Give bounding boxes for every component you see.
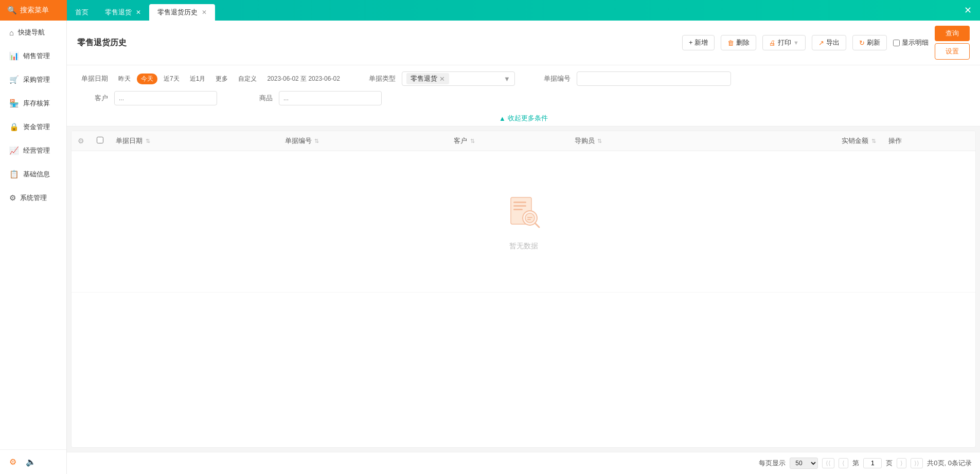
goods-label: 商品	[242, 94, 273, 103]
export-icon: ↗	[818, 39, 824, 47]
date-btn-more[interactable]: 更多	[211, 74, 232, 84]
date-btn-7days[interactable]: 近7天	[159, 74, 184, 84]
voucher-no-label: 单据编号	[540, 74, 571, 83]
last-page-button[interactable]: ⟩⟩	[911, 458, 923, 468]
current-page-input[interactable]	[863, 458, 882, 468]
data-table: ⚙ 单据日期 ⇅ 单据编号 ⇅	[72, 131, 975, 293]
col-amount-sort[interactable]: ⇅	[871, 138, 876, 144]
col-guide-sort[interactable]: ⇅	[597, 138, 602, 144]
query-label: 查询	[946, 29, 959, 37]
table-settings-icon[interactable]: ⚙	[78, 137, 84, 145]
page-header: 零售退货历史 + 新增 🗑 删除 🖨 打印 ▼ ↗ 导出	[67, 21, 980, 65]
settings-gear-icon[interactable]: ⚙	[9, 457, 16, 467]
table-area: ⚙ 单据日期 ⇅ 单据编号 ⇅	[71, 131, 976, 448]
display-detail-input[interactable]	[893, 40, 900, 46]
content-area: 零售退货历史 + 新增 🗑 删除 🖨 打印 ▼ ↗ 导出	[67, 21, 980, 474]
col-customer-label: 客户	[454, 137, 467, 144]
voucher-no-input[interactable]	[577, 71, 731, 86]
sidebar-item-basic-info[interactable]: 📋 基础信息	[0, 162, 66, 186]
voucher-type-remove[interactable]: ✕	[439, 75, 445, 83]
operation-icon: 📈	[9, 146, 19, 155]
svg-rect-2	[513, 205, 526, 207]
date-filter-label: 单据日期	[77, 74, 108, 83]
prev-page-button[interactable]: ⟨	[839, 458, 848, 468]
search-icon: 🔍	[7, 6, 17, 15]
tab-retail-return[interactable]: 零售退货 ✕	[97, 4, 149, 21]
header-actions: + 新增 🗑 删除 🖨 打印 ▼ ↗ 导出 ↻ 刷新	[682, 26, 970, 60]
sidebar-item-finance[interactable]: 🔒 资金管理	[0, 115, 66, 139]
print-chevron-icon: ▼	[793, 40, 799, 46]
sidebar-item-inventory[interactable]: 🏪 库存核算	[0, 92, 66, 115]
tab-home[interactable]: 首页	[67, 4, 97, 21]
date-btn-1month[interactable]: 近1月	[186, 74, 210, 84]
col-action-label: 操作	[888, 137, 902, 144]
svg-rect-1	[513, 202, 526, 203]
refresh-label: 刷新	[867, 38, 880, 47]
tab-home-label: 首页	[75, 8, 88, 17]
setting-label: 设置	[946, 47, 959, 55]
sidebar-bottom: ⚙ 🔈	[0, 449, 66, 474]
refresh-button[interactable]: ↻ 刷新	[852, 35, 887, 50]
new-label: + 新增	[689, 38, 708, 47]
refresh-icon: ↻	[859, 39, 865, 47]
svg-rect-3	[513, 209, 523, 210]
col-no: 单据编号 ⇅	[279, 131, 448, 151]
empty-state: 暂无数据	[72, 151, 975, 292]
goods-input[interactable]	[279, 91, 382, 105]
date-btn-today[interactable]: 今天	[137, 74, 157, 84]
page-size-select[interactable]: 10 20 50 100	[790, 458, 818, 469]
sidebar-item-purchase[interactable]: 🛒 采购管理	[0, 68, 66, 92]
sidebar-item-quick-nav[interactable]: ⌂ 快捷导航	[0, 21, 66, 44]
col-customer-sort[interactable]: ⇅	[470, 138, 475, 144]
sidebar-item-operation[interactable]: 📈 经营管理	[0, 139, 66, 162]
header-right-btns: 查询 设置	[935, 26, 970, 60]
date-btn-custom[interactable]: 自定义	[234, 74, 261, 84]
select-all-checkbox[interactable]	[97, 137, 103, 143]
date-btn-yesterday[interactable]: 昨天	[114, 74, 135, 84]
first-page-button[interactable]: ⟨⟨	[822, 458, 834, 468]
filter-row-2: 客户 商品	[77, 91, 970, 105]
col-action: 操作	[882, 131, 975, 151]
delete-button[interactable]: 🗑 删除	[721, 35, 756, 50]
search-menu-bar[interactable]: 🔍 搜索菜单	[0, 0, 67, 21]
top-bar: 🔍 搜索菜单 首页 零售退货 ✕ 零售退货历史 ✕ ✕	[0, 0, 980, 21]
voucher-type-value: 零售退货	[411, 74, 437, 83]
display-detail-checkbox[interactable]: 显示明细	[893, 38, 929, 47]
col-date-sort[interactable]: ⇅	[146, 138, 150, 144]
date-filter-btns: 昨天 今天 近7天 近1月 更多 自定义	[114, 74, 261, 84]
empty-icon	[503, 192, 544, 233]
col-amount-label: 实销金额	[842, 137, 868, 144]
page-unit: 页	[886, 459, 893, 468]
col-no-sort[interactable]: ⇅	[314, 138, 319, 144]
sidebar-item-system[interactable]: ⚙ 系统管理	[0, 186, 66, 210]
col-guide-label: 导购员	[575, 137, 595, 144]
customer-input[interactable]	[114, 91, 217, 105]
volume-icon[interactable]: 🔈	[26, 457, 36, 467]
sidebar-item-sales[interactable]: 📊 销售管理	[0, 44, 66, 68]
new-button[interactable]: + 新增	[682, 35, 715, 50]
svg-rect-7	[527, 217, 532, 218]
print-button[interactable]: 🖨 打印 ▼	[762, 35, 806, 50]
empty-state-cell: 暂无数据	[72, 151, 975, 293]
voucher-type-select[interactable]: 零售退货 ✕ ▼	[402, 71, 515, 86]
tab-retail-return-history-close[interactable]: ✕	[202, 9, 207, 16]
tab-retail-return-history[interactable]: 零售退货历史 ✕	[149, 4, 215, 21]
page-size-label: 每页显示	[759, 459, 786, 468]
sidebar-item-sales-label: 销售管理	[23, 51, 50, 61]
customer-label: 客户	[77, 94, 108, 103]
export-button[interactable]: ↗ 导出	[812, 35, 846, 50]
next-page-button[interactable]: ⟩	[897, 458, 906, 468]
pagination-bar: 每页显示 10 20 50 100 ⟨⟨ ⟨ 第 页 ⟩ ⟩⟩ 共0页, 0条记…	[67, 452, 980, 474]
empty-text: 暂无数据	[509, 242, 538, 251]
table-body: 暂无数据	[72, 151, 975, 293]
tab-retail-return-history-label: 零售退货历史	[157, 8, 198, 17]
col-date-label: 单据日期	[116, 137, 142, 144]
collapse-more-btn[interactable]: ▲ 收起更多条件	[77, 111, 970, 126]
setting-button[interactable]: 设置	[935, 43, 970, 60]
query-button[interactable]: 查询	[935, 26, 970, 41]
col-no-label: 单据编号	[285, 137, 312, 144]
window-close-button[interactable]: ✕	[964, 5, 972, 16]
col-amount: 实销金额 ⇅	[713, 131, 882, 151]
sidebar-item-inventory-label: 库存核算	[23, 99, 50, 108]
tab-retail-return-close[interactable]: ✕	[136, 9, 141, 16]
